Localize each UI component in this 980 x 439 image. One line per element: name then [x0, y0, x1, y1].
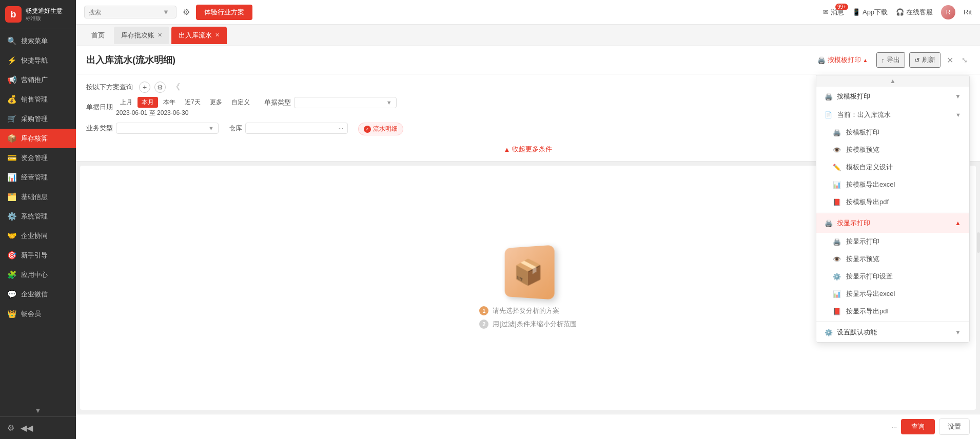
- date-tab-week[interactable]: 近7天: [181, 97, 205, 108]
- close-page-btn[interactable]: ✕: [945, 53, 955, 67]
- refresh-icon: ↺: [914, 56, 920, 64]
- display-export-pdf-item[interactable]: 📕 按显示导出pdf: [816, 303, 969, 320]
- filter-add-btn[interactable]: +: [139, 82, 150, 93]
- doc-icon: 📄: [825, 111, 832, 118]
- sidebar-item-coop[interactable]: 🤝 企业协同: [0, 226, 76, 246]
- sidebar-item-system[interactable]: ⚙️ 系统管理: [0, 207, 76, 226]
- message-btn[interactable]: ✉ 消息 99+: [823, 8, 844, 17]
- flash-icon: ⚡: [7, 56, 17, 65]
- trial-btn[interactable]: 体验行业方案: [196, 5, 252, 20]
- tab-flow[interactable]: 出入库流水 ✕: [171, 27, 227, 44]
- more-icon[interactable]: ···: [891, 423, 897, 431]
- business-type-select[interactable]: ▼: [116, 123, 219, 134]
- template-print-section-header[interactable]: 🖨️ 按模板打印 ▼: [816, 87, 969, 106]
- display-excel-icon: 📊: [833, 290, 841, 298]
- expand-page-btn[interactable]: ⤡: [959, 54, 970, 66]
- empty-icon: 📦: [505, 245, 555, 300]
- dropdown-panel: ▲ 🖨️ 按模板打印 ▼ 📄 当前：出入库流水 ▼: [816, 75, 970, 343]
- tab-flow-close[interactable]: ✕: [215, 32, 220, 38]
- sidebar-item-search[interactable]: 🔍 搜索菜单: [0, 31, 76, 51]
- resize-handle[interactable]: [977, 232, 980, 253]
- section2-chevron-icon: ▲: [955, 220, 961, 227]
- inventory-icon: 📦: [7, 134, 17, 143]
- sidebar-item-operation[interactable]: 📊 经营管理: [0, 168, 76, 187]
- refresh-btn[interactable]: ↺ 刷新: [909, 52, 940, 68]
- sidebar-item-basic[interactable]: 🗂️ 基础信息: [0, 187, 76, 207]
- tab-home[interactable]: 首页: [84, 27, 112, 44]
- sidebar-item-label: 系统管理: [21, 212, 48, 221]
- sidebar-item-guide[interactable]: 🎯 新手引导: [0, 246, 76, 265]
- template-export-pdf-item[interactable]: 📕 按模板导出pdf: [816, 193, 969, 211]
- dropdown-divider1: [816, 212, 969, 212]
- online-service-label: 在线客服: [906, 8, 933, 17]
- coop-icon: 🤝: [7, 231, 17, 241]
- app-download-label: App下载: [863, 8, 888, 17]
- date-filter-group: 单据日期 上月 本月 本年 近7天 更多 自定义 2023-06-01 至 20…: [86, 97, 254, 117]
- warehouse-label: 仓库: [229, 124, 242, 133]
- design-item-icon: ✏️: [833, 164, 841, 171]
- template-preview-item[interactable]: 👁️ 按模板预览: [816, 141, 969, 158]
- sidebar-item-finance[interactable]: 💳 资金管理: [0, 148, 76, 168]
- vip-icon: 👑: [7, 309, 17, 318]
- date-tab-current[interactable]: 本月: [138, 97, 158, 108]
- settings-btn[interactable]: 设置: [939, 418, 970, 435]
- sidebar-item-label: 企业微信: [21, 290, 48, 299]
- template-print-item[interactable]: 🖨️ 按模板打印: [816, 124, 969, 141]
- tab-batch-close[interactable]: ✕: [158, 32, 162, 38]
- template-print-btn[interactable]: 🖨️ 按模板打印 ▲: [813, 53, 872, 67]
- display-print-settings-item[interactable]: ⚙️ 按显示打印设置: [816, 268, 969, 285]
- bill-type-select[interactable]: ▼: [294, 97, 397, 108]
- user-avatar[interactable]: R: [941, 5, 955, 19]
- sidebar-item-vip[interactable]: 👑 畅会员: [0, 304, 76, 324]
- app-logo-sub: 标准版: [26, 15, 63, 22]
- date-tab-custom[interactable]: 自定义: [227, 97, 254, 108]
- date-tab-prev[interactable]: 上月: [116, 97, 136, 108]
- filter-tag[interactable]: ✓ 流水明细: [358, 123, 403, 135]
- sidebar-item-label: 营销推广: [21, 75, 48, 85]
- tip2-num: 2: [479, 320, 488, 329]
- app-download-btn[interactable]: 📱 App下载: [852, 8, 888, 17]
- printer-section-icon: 🖨️: [825, 93, 833, 101]
- header-gear-icon[interactable]: ⚙: [183, 7, 190, 17]
- display-settings-icon: ⚙️: [833, 273, 841, 281]
- sidebar-item-quick-nav[interactable]: ⚡ 快捷导航: [0, 51, 76, 70]
- sidebar-item-marketing[interactable]: 📢 营销推广: [0, 70, 76, 90]
- export-btn[interactable]: ↑ 导出: [876, 52, 906, 68]
- bottom-bar: ··· 查询 设置: [76, 414, 980, 439]
- dropdown-scroll-up[interactable]: ▲: [816, 75, 969, 87]
- template-design-item[interactable]: ✏️ 模板自定义设计: [816, 158, 969, 176]
- system-icon: ⚙️: [7, 212, 17, 221]
- query-btn[interactable]: 查询: [901, 419, 935, 434]
- online-service-btn[interactable]: 🎧 在线客服: [896, 8, 933, 17]
- template-export-excel-item[interactable]: 📊 按模板导出excel: [816, 176, 969, 193]
- tab-batch[interactable]: 库存批次账 ✕: [114, 27, 169, 44]
- date-tab-year[interactable]: 本年: [159, 97, 180, 108]
- collapse-sidebar-icon[interactable]: ◀◀: [21, 423, 33, 433]
- date-range: 2023-06-01 至 2023-06-30: [116, 109, 254, 117]
- wechat-icon: 💬: [7, 290, 17, 299]
- warehouse-select[interactable]: ···: [245, 123, 348, 134]
- display-print-item[interactable]: 🖨️ 按显示打印: [816, 233, 969, 250]
- sidebar-item-wechat[interactable]: 💬 企业微信: [0, 285, 76, 304]
- sidebar-item-inventory[interactable]: 📦 库存核算: [0, 129, 76, 148]
- filter-collapse-btn[interactable]: 《: [172, 82, 180, 93]
- search-bar[interactable]: ▼: [84, 6, 177, 18]
- filter-settings-btn[interactable]: ⚙: [154, 82, 166, 93]
- sidebar-item-purchase[interactable]: 🛒 采购管理: [0, 109, 76, 129]
- collapse-more-btn[interactable]: ▲ 收起更多条件: [504, 145, 553, 154]
- sidebar-scroll-down[interactable]: ▼: [0, 405, 76, 416]
- current-template-item[interactable]: 📄 当前：出入库流水 ▼: [816, 106, 969, 124]
- search-chevron-icon[interactable]: ▼: [163, 8, 169, 16]
- search-input[interactable]: [89, 9, 161, 16]
- sidebar-item-sales[interactable]: 💰 销售管理: [0, 90, 76, 109]
- display-preview-item[interactable]: 👁️ 按显示预览: [816, 250, 969, 268]
- default-func-section-header[interactable]: ⚙️ 设置默认功能 ▼: [816, 323, 969, 342]
- tab-bar: 首页 库存批次账 ✕ 出入库流水 ✕: [76, 25, 980, 46]
- username: Rit: [964, 8, 972, 16]
- display-export-excel-item[interactable]: 📊 按显示导出excel: [816, 285, 969, 303]
- display-print-section-header[interactable]: 🖨️ 按显示打印 ▲: [816, 213, 969, 233]
- date-tab-more[interactable]: 更多: [206, 97, 226, 108]
- sidebar-item-apps[interactable]: 🧩 应用中心: [0, 265, 76, 285]
- purchase-icon: 🛒: [7, 114, 17, 124]
- settings-icon[interactable]: ⚙: [7, 423, 14, 433]
